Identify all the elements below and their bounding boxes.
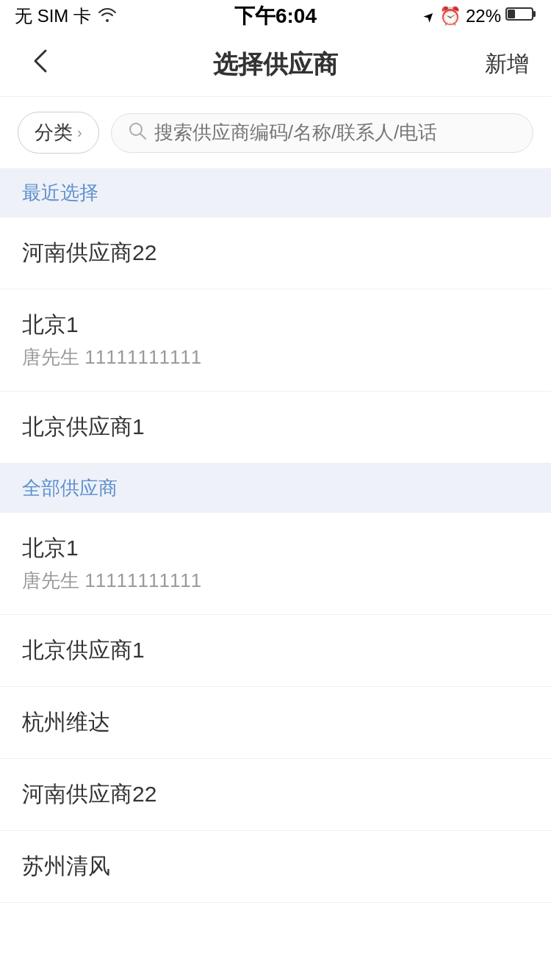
battery-icon — [505, 6, 536, 26]
alarm-icon: ⏰ — [439, 6, 461, 26]
item-name: 北京1 — [22, 310, 529, 340]
list-item[interactable]: 北京供应商1 — [0, 615, 551, 687]
item-name: 北京供应商1 — [22, 635, 529, 666]
all-suppliers-list: 北京1 唐先生 11111111111北京供应商1杭州维达河南供应商22苏州清风 — [0, 513, 551, 903]
item-sub: 唐先生 11111111111 — [22, 568, 529, 594]
list-item[interactable]: 杭州维达 — [0, 687, 551, 759]
search-input[interactable] — [154, 121, 516, 144]
list-item[interactable]: 北京1 唐先生 11111111111 — [0, 513, 551, 615]
search-box — [111, 113, 533, 153]
page-title: 选择供应商 — [213, 48, 338, 82]
search-icon — [128, 121, 147, 145]
item-name: 杭州维达 — [22, 707, 529, 738]
all-section-label: 全部供应商 — [22, 477, 118, 499]
filter-bar: 分类 › — [0, 97, 551, 168]
battery-label: 22% — [466, 6, 501, 26]
nav-bar: 选择供应商 新增 — [0, 32, 551, 97]
list-item[interactable]: 北京1 唐先生 11111111111 — [0, 289, 551, 392]
back-button[interactable] — [22, 37, 57, 91]
no-sim-label: 无 SIM 卡 — [15, 4, 91, 28]
wifi-icon — [97, 6, 118, 26]
recent-section-header: 最近选择 — [0, 168, 551, 217]
recent-section-label: 最近选择 — [22, 181, 98, 203]
status-bar: 无 SIM 卡 下午6:04 ➤ ⏰ 22% — [0, 0, 551, 32]
status-right: ➤ ⏰ 22% — [424, 6, 536, 26]
svg-rect-1 — [508, 10, 515, 18]
add-button[interactable]: 新增 — [485, 49, 529, 79]
category-button[interactable]: 分类 › — [18, 112, 99, 154]
item-name: 河南供应商22 — [22, 238, 529, 268]
list-item[interactable]: 北京供应商1 — [0, 392, 551, 464]
list-item[interactable]: 苏州清风 — [0, 831, 551, 903]
item-name: 河南供应商22 — [22, 779, 529, 810]
item-sub: 唐先生 11111111111 — [22, 345, 529, 370]
item-name: 苏州清风 — [22, 851, 529, 882]
recent-list: 河南供应商22北京1 唐先生 11111111111北京供应商1 — [0, 217, 551, 464]
status-time: 下午6:04 — [234, 2, 317, 30]
location-icon: ➤ — [419, 7, 439, 26]
list-item[interactable]: 河南供应商22 — [0, 217, 551, 289]
svg-rect-2 — [533, 11, 536, 17]
all-section-header: 全部供应商 — [0, 464, 551, 513]
chevron-right-icon: › — [77, 124, 82, 141]
list-item[interactable]: 河南供应商22 — [0, 759, 551, 831]
category-label: 分类 — [35, 120, 73, 145]
status-left: 无 SIM 卡 — [15, 4, 118, 28]
item-name: 北京1 — [22, 533, 529, 563]
item-name: 北京供应商1 — [22, 412, 529, 442]
